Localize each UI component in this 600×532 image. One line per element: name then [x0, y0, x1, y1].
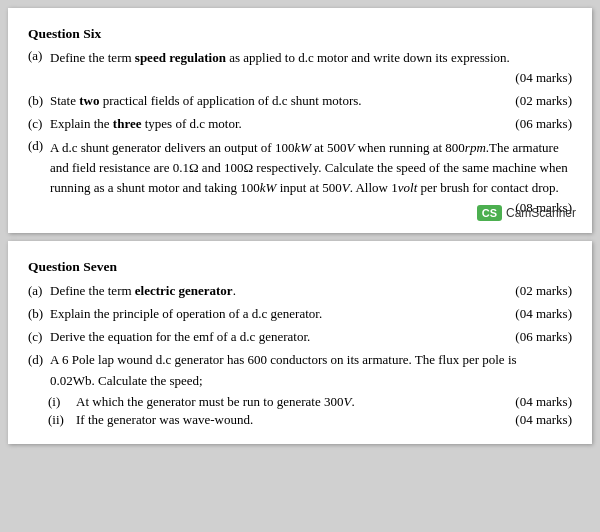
content-7dii: If the generator was wave-wound. (04 mar…: [76, 412, 572, 428]
label-d: (d): [28, 138, 50, 216]
text-7di: At which the generator must be run to ge…: [76, 394, 500, 410]
question-seven-b: (b) Explain the principle of operation o…: [28, 304, 572, 324]
marks-c: (06 marks): [500, 114, 572, 134]
text-7c: Derive the equation for the emf of a d.c…: [50, 327, 500, 347]
question-seven-a: (a) Define the term electric generator. …: [28, 281, 572, 301]
content-c: Explain the three types of d.c motor. (0…: [50, 114, 572, 134]
bold-three: three: [113, 116, 142, 131]
camscanner-badge: CS CamScanner: [477, 205, 576, 221]
content-b: State two practical fields of applicatio…: [50, 91, 572, 111]
label-7d: (d): [28, 350, 50, 390]
text-7a: Define the term electric generator.: [50, 281, 500, 301]
question-six-c: (c) Explain the three types of d.c motor…: [28, 114, 572, 134]
question-seven-c: (c) Derive the equation for the emf of a…: [28, 327, 572, 347]
bold-electric-generator: electric generator: [135, 283, 233, 298]
text-7d: A 6 Pole lap wound d.c generator has 600…: [50, 350, 572, 390]
text-c: Explain the three types of d.c motor.: [50, 114, 500, 134]
label-7b: (b): [28, 304, 50, 324]
marks-7c: (06 marks): [500, 327, 572, 347]
text-a: Define the term speed regulation as appl…: [50, 48, 572, 68]
bold-two: two: [79, 93, 99, 108]
cs-logo: CS: [477, 205, 502, 221]
label-7a: (a): [28, 281, 50, 301]
question-seven-d-i: (i) At which the generator must be run t…: [28, 394, 572, 410]
marks-a: (04 marks): [515, 68, 572, 88]
page-2: Question Seven (a) Define the term elect…: [8, 241, 592, 444]
question-seven-title: Question Seven: [28, 259, 572, 275]
marks-7b: (04 marks): [500, 304, 572, 324]
content-7a: Define the term electric generator. (02 …: [50, 281, 572, 301]
question-six-title: Question Six: [28, 26, 572, 42]
label-7di: (i): [48, 394, 76, 410]
marks-7a: (02 marks): [500, 281, 572, 301]
marks-7di: (04 marks): [500, 394, 572, 410]
label-c: (c): [28, 114, 50, 134]
cs-label: CamScanner: [506, 206, 576, 220]
question-six-b: (b) State two practical fields of applic…: [28, 91, 572, 111]
marks-b: (02 marks): [500, 91, 572, 111]
text-d: A d.c shunt generator delivers an output…: [50, 138, 572, 198]
label-a: (a): [28, 48, 50, 88]
bold-speed-regulation: speed regulation: [135, 50, 226, 65]
content-7c: Derive the equation for the emf of a d.c…: [50, 327, 572, 347]
label-7c: (c): [28, 327, 50, 347]
content-7b: Explain the principle of operation of a …: [50, 304, 572, 324]
question-seven-d-ii: (ii) If the generator was wave-wound. (0…: [28, 412, 572, 428]
text-7b: Explain the principle of operation of a …: [50, 304, 500, 324]
page-1: Question Six (a) Define the term speed r…: [8, 8, 592, 233]
content-a: Define the term speed regulation as appl…: [50, 48, 572, 88]
text-b: State two practical fields of applicatio…: [50, 91, 500, 111]
label-7dii: (ii): [48, 412, 76, 428]
marks-7dii: (04 marks): [500, 412, 572, 428]
question-seven-d: (d) A 6 Pole lap wound d.c generator has…: [28, 350, 572, 390]
label-b: (b): [28, 91, 50, 111]
question-six-a: (a) Define the term speed regulation as …: [28, 48, 572, 88]
content-7d: A 6 Pole lap wound d.c generator has 600…: [50, 350, 572, 390]
text-7dii: If the generator was wave-wound.: [76, 412, 500, 428]
content-7di: At which the generator must be run to ge…: [76, 394, 572, 410]
